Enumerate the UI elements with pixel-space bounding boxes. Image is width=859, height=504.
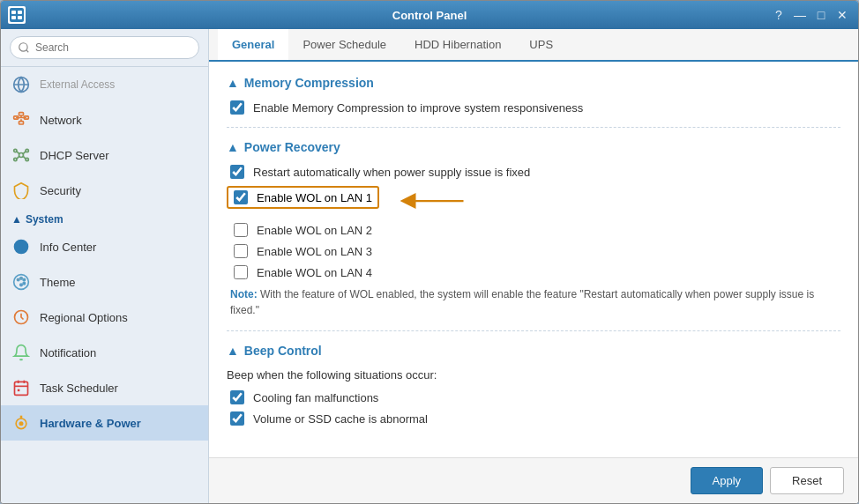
volume-ssd-checkbox[interactable]: [230, 411, 244, 426]
svg-line-21: [23, 152, 26, 154]
wol-lan1-label[interactable]: Enable WOL on LAN 1: [257, 191, 372, 204]
note-content: With the feature of WOL enabled, the sys…: [230, 288, 814, 316]
svg-point-28: [20, 278, 23, 280]
wol-note: Note: With the feature of WOL enabled, t…: [230, 286, 840, 318]
restart-auto-row: Restart automatically when power supply …: [227, 165, 840, 179]
wol-lan2-row: Enable WOL on LAN 2: [230, 223, 840, 237]
sidebar-item-notification[interactable]: Notification: [1, 335, 208, 370]
wol-lan2-checkbox[interactable]: [234, 223, 248, 237]
globe-icon: [11, 75, 31, 94]
apply-button[interactable]: Apply: [691, 467, 764, 494]
close-button[interactable]: ✕: [833, 6, 851, 24]
minimize-button[interactable]: —: [791, 6, 809, 24]
memory-compression-checkbox[interactable]: [230, 100, 244, 115]
sidebar-item-security[interactable]: Security: [1, 173, 208, 208]
svg-point-16: [14, 149, 17, 152]
wol-lan3-row: Enable WOL on LAN 3: [230, 244, 840, 258]
volume-ssd-row: Volume or SSD cache is abnormal: [227, 411, 840, 426]
power-recovery-heading: Power Recovery: [244, 140, 340, 154]
wol-lan2-label[interactable]: Enable WOL on LAN 2: [257, 224, 372, 237]
svg-point-39: [19, 421, 24, 426]
restart-auto-checkbox[interactable]: [230, 165, 244, 179]
sidebar: External Access Network DHCP Server Secu…: [1, 29, 209, 503]
memory-compression-label[interactable]: Enable Memory Compression to improve sys…: [253, 101, 583, 115]
note-label: Note:: [230, 288, 258, 300]
palette-icon: [11, 272, 31, 292]
tab-ups[interactable]: UPS: [515, 29, 567, 62]
sidebar-label-hardware-power: Hardware & Power: [40, 417, 141, 430]
calendar-icon: [11, 378, 31, 397]
svg-point-31: [20, 284, 23, 286]
svg-point-19: [26, 158, 28, 160]
bell-icon: [11, 343, 31, 362]
wol-lan1-checkbox[interactable]: [234, 190, 248, 204]
app-icon: [8, 6, 26, 24]
sidebar-item-task-scheduler[interactable]: Task Scheduler: [1, 370, 208, 405]
power-recovery-section-header[interactable]: ▲ Power Recovery: [227, 140, 840, 154]
sidebar-label-network: Network: [40, 114, 82, 127]
sidebar-label-info-center: Info Center: [40, 241, 96, 254]
sidebar-item-dhcp[interactable]: DHCP Server: [1, 137, 208, 173]
maximize-button[interactable]: □: [812, 6, 830, 24]
title-bar-left: [8, 6, 26, 24]
window: Control Panel ? — □ ✕ External Access: [0, 0, 859, 504]
cooling-fan-label[interactable]: Cooling fan malfunctions: [253, 391, 378, 404]
sidebar-search-container: [1, 29, 208, 67]
chevron-icon: ▲: [11, 213, 22, 226]
svg-rect-0: [10, 8, 24, 22]
svg-rect-3: [11, 16, 16, 19]
svg-rect-2: [18, 11, 22, 14]
sidebar-item-theme[interactable]: Theme: [1, 264, 208, 300]
svg-line-23: [23, 156, 26, 159]
sidebar-label-security: Security: [40, 184, 81, 197]
sidebar-label-theme: Theme: [40, 276, 75, 289]
wol-lan3-label[interactable]: Enable WOL on LAN 3: [257, 245, 372, 258]
volume-ssd-label[interactable]: Volume or SSD cache is abnormal: [253, 412, 428, 426]
reset-button[interactable]: Reset: [770, 467, 844, 494]
svg-line-20: [17, 152, 19, 154]
tab-hdd-hibernation[interactable]: HDD Hibernation: [400, 29, 515, 62]
memory-compression-chevron: ▲: [227, 76, 239, 90]
bottom-bar: Apply Reset: [209, 457, 858, 503]
dhcp-icon: [11, 145, 31, 165]
power-icon: [11, 413, 31, 433]
power-recovery-chevron: ▲: [227, 140, 239, 154]
wol-lan4-checkbox[interactable]: [234, 265, 248, 279]
cooling-fan-checkbox[interactable]: [230, 390, 244, 404]
wol-lan3-checkbox[interactable]: [234, 244, 248, 258]
divider-2: [227, 330, 840, 331]
sidebar-item-info-center[interactable]: i Info Center: [1, 229, 208, 264]
svg-point-30: [23, 282, 26, 285]
question-button[interactable]: ?: [770, 6, 788, 24]
svg-point-18: [14, 158, 17, 160]
memory-compression-section-header[interactable]: ▲ Memory Compression: [227, 76, 840, 90]
sidebar-item-network[interactable]: Network: [1, 102, 208, 137]
sidebar-item-hardware-power[interactable]: Hardware & Power: [1, 405, 208, 441]
main-content: External Access Network DHCP Server Secu…: [1, 29, 858, 503]
network-icon: [11, 110, 31, 130]
window-controls: ? — □ ✕: [770, 6, 851, 24]
svg-text:i: i: [20, 241, 23, 251]
sidebar-label-task-scheduler: Task Scheduler: [40, 382, 118, 395]
sidebar-item-external-access[interactable]: External Access: [1, 67, 208, 102]
wol-lan1-highlighted-row: Enable WOL on LAN 1: [227, 186, 379, 209]
clock-icon: [11, 308, 31, 327]
restart-auto-label[interactable]: Restart automatically when power supply …: [253, 166, 530, 179]
wol-lan4-label[interactable]: Enable WOL on LAN 4: [257, 266, 372, 279]
system-section-header[interactable]: ▲ System: [1, 208, 208, 229]
title-bar: Control Panel ? — □ ✕: [1, 1, 858, 29]
sidebar-label-notification: Notification: [40, 346, 96, 359]
search-input[interactable]: [10, 36, 199, 59]
arrow-annotation: [388, 188, 467, 214]
svg-rect-37: [18, 389, 19, 392]
shield-icon: [11, 181, 31, 200]
right-panel: General Power Schedule HDD Hibernation U…: [209, 29, 858, 503]
sidebar-item-regional-options[interactable]: Regional Options: [1, 300, 208, 335]
svg-point-27: [17, 278, 19, 281]
tab-general[interactable]: General: [218, 29, 288, 62]
beep-control-section-header[interactable]: ▲ Beep Control: [227, 344, 840, 358]
window-title: Control Panel: [392, 9, 467, 22]
tab-power-schedule[interactable]: Power Schedule: [288, 29, 400, 62]
tabs-container: General Power Schedule HDD Hibernation U…: [209, 29, 858, 62]
wol-lan4-row: Enable WOL on LAN 4: [230, 265, 840, 279]
